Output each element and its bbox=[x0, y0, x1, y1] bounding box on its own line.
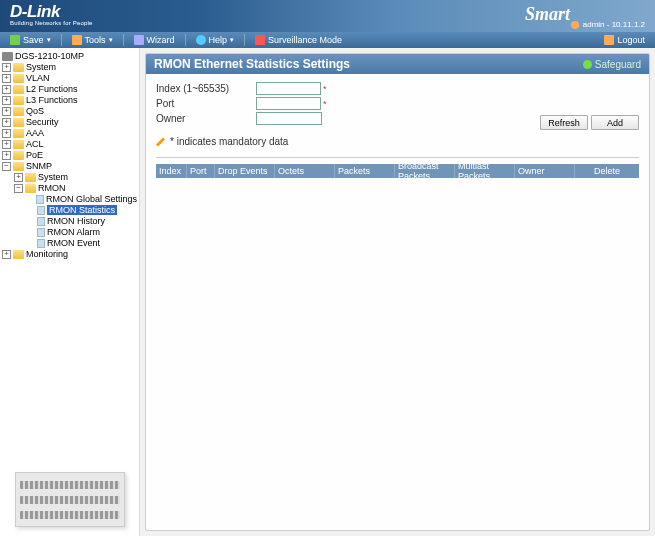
grid-header: Index Port Drop Events Octets Packets Br… bbox=[156, 164, 639, 178]
tree-node-system[interactable]: +System bbox=[2, 62, 137, 73]
surveillance-button[interactable]: Surveillance Mode bbox=[245, 32, 352, 48]
tree-node-snmp[interactable]: −SNMP bbox=[2, 161, 137, 172]
logout-label: Logout bbox=[617, 35, 645, 45]
tree-node-qos[interactable]: +QoS bbox=[2, 106, 137, 117]
folder-icon bbox=[13, 74, 24, 83]
sidebar: DGS-1210-10MP +System +VLAN +L2 Function… bbox=[0, 48, 140, 536]
surveillance-icon bbox=[255, 35, 265, 45]
tools-icon bbox=[72, 35, 82, 45]
tree-node-vlan[interactable]: +VLAN bbox=[2, 73, 137, 84]
expand-icon[interactable]: + bbox=[2, 96, 11, 105]
device-image bbox=[2, 466, 137, 533]
tree-node-l2[interactable]: +L2 Functions bbox=[2, 84, 137, 95]
tree-leaf-rmon-statistics[interactable]: RMON Statistics bbox=[2, 205, 137, 216]
col-port: Port bbox=[186, 164, 214, 178]
folder-icon bbox=[13, 107, 24, 116]
help-icon bbox=[196, 35, 206, 45]
form-row-index: Index (1~65535) * bbox=[156, 82, 639, 95]
page-icon bbox=[37, 239, 45, 248]
help-menu[interactable]: Help ▾ bbox=[186, 32, 245, 48]
required-mark: * bbox=[323, 99, 327, 109]
divider bbox=[156, 157, 639, 158]
tree-node-security[interactable]: +Security bbox=[2, 117, 137, 128]
expand-icon[interactable]: + bbox=[2, 63, 11, 72]
mandatory-text: * indicates mandatory data bbox=[170, 136, 288, 147]
tree-root[interactable]: DGS-1210-10MP bbox=[2, 51, 137, 62]
folder-open-icon bbox=[25, 184, 36, 193]
folder-icon bbox=[13, 129, 24, 138]
chevron-down-icon: ▾ bbox=[230, 36, 234, 44]
wizard-button[interactable]: Wizard bbox=[124, 32, 185, 48]
refresh-button[interactable]: Refresh bbox=[540, 115, 588, 130]
folder-icon bbox=[25, 173, 36, 182]
folder-icon bbox=[13, 118, 24, 127]
help-label: Help bbox=[209, 35, 228, 45]
tree-node-poe[interactable]: +PoE bbox=[2, 150, 137, 161]
col-index: Index bbox=[156, 164, 186, 178]
logout-icon bbox=[604, 35, 614, 45]
panel-header: RMON Ethernet Statistics Settings Safegu… bbox=[146, 54, 649, 74]
tree-leaf-rmon-history[interactable]: RMON History bbox=[2, 216, 137, 227]
tree-node-snmp-system[interactable]: +System bbox=[2, 172, 137, 183]
expand-icon[interactable]: + bbox=[2, 85, 11, 94]
smart-label: Smart bbox=[525, 4, 570, 25]
index-label: Index (1~65535) bbox=[156, 83, 256, 94]
add-button[interactable]: Add bbox=[591, 115, 639, 130]
collapse-icon[interactable]: − bbox=[14, 184, 23, 193]
safeguard-badge: Safeguard bbox=[583, 59, 641, 70]
tree-node-monitoring[interactable]: +Monitoring bbox=[2, 249, 137, 260]
tools-menu[interactable]: Tools ▾ bbox=[62, 32, 123, 48]
expand-icon[interactable]: + bbox=[14, 173, 23, 182]
surveillance-label: Surveillance Mode bbox=[268, 35, 342, 45]
content: RMON Ethernet Statistics Settings Safegu… bbox=[140, 48, 655, 536]
tree-leaf-rmon-global[interactable]: RMON Global Settings bbox=[2, 194, 137, 205]
main: DGS-1210-10MP +System +VLAN +L2 Function… bbox=[0, 48, 655, 536]
chevron-down-icon: ▾ bbox=[47, 36, 51, 44]
page-icon bbox=[37, 206, 45, 215]
expand-icon[interactable]: + bbox=[2, 250, 11, 259]
folder-icon bbox=[13, 96, 24, 105]
tree-leaf-rmon-alarm[interactable]: RMON Alarm bbox=[2, 227, 137, 238]
tools-label: Tools bbox=[85, 35, 106, 45]
tree-node-aaa[interactable]: +AAA bbox=[2, 128, 137, 139]
expand-icon[interactable]: + bbox=[2, 118, 11, 127]
tree-leaf-rmon-event[interactable]: RMON Event bbox=[2, 238, 137, 249]
collapse-icon[interactable]: − bbox=[2, 162, 11, 171]
logout-button[interactable]: Logout bbox=[594, 32, 655, 48]
folder-icon bbox=[13, 250, 24, 259]
tree-node-rmon[interactable]: −RMON bbox=[2, 183, 137, 194]
logo-sub: Building Networks for People bbox=[10, 20, 93, 26]
folder-icon bbox=[13, 151, 24, 160]
index-input[interactable] bbox=[256, 82, 321, 95]
form-row-port: Port * bbox=[156, 97, 639, 110]
toolbar: Save ▾ Tools ▾ Wizard Help ▾ Surveillanc… bbox=[0, 32, 655, 48]
expand-icon[interactable]: + bbox=[2, 74, 11, 83]
safeguard-icon bbox=[583, 60, 592, 69]
panel-title: RMON Ethernet Statistics Settings bbox=[154, 57, 350, 71]
nav-tree: DGS-1210-10MP +System +VLAN +L2 Function… bbox=[2, 51, 137, 466]
user-label: admin - 10.11.1.2 bbox=[583, 20, 645, 29]
save-menu[interactable]: Save ▾ bbox=[0, 32, 61, 48]
chevron-down-icon: ▾ bbox=[109, 36, 113, 44]
folder-icon bbox=[13, 85, 24, 94]
folder-icon bbox=[13, 140, 24, 149]
expand-icon[interactable]: + bbox=[2, 151, 11, 160]
safeguard-label: Safeguard bbox=[595, 59, 641, 70]
owner-input[interactable] bbox=[256, 112, 322, 125]
mandatory-note: * indicates mandatory data bbox=[156, 136, 639, 147]
page-icon bbox=[36, 195, 44, 204]
tree-node-acl[interactable]: +ACL bbox=[2, 139, 137, 150]
page-icon bbox=[37, 217, 45, 226]
expand-icon[interactable]: + bbox=[2, 140, 11, 149]
panel-body: Index (1~65535) * Port * Owner Refresh A… bbox=[146, 74, 649, 186]
user-icon bbox=[571, 21, 579, 29]
logo-main: D-Link bbox=[10, 2, 93, 22]
panel: RMON Ethernet Statistics Settings Safegu… bbox=[145, 53, 650, 531]
tree-node-l3[interactable]: +L3 Functions bbox=[2, 95, 137, 106]
expand-icon[interactable]: + bbox=[2, 129, 11, 138]
user-info: admin - 10.11.1.2 bbox=[571, 20, 645, 29]
port-input[interactable] bbox=[256, 97, 321, 110]
col-owner: Owner bbox=[514, 164, 574, 178]
expand-icon[interactable]: + bbox=[2, 107, 11, 116]
col-bcast: Broadcast Packets bbox=[394, 164, 454, 178]
